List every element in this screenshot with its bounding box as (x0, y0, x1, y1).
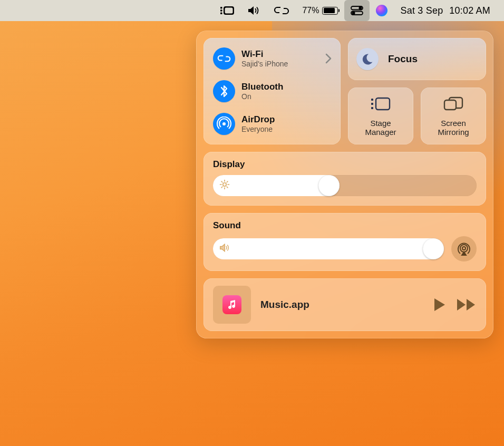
forward-button[interactable] (457, 298, 477, 311)
airdrop-row[interactable]: AirDrop Everyone (207, 109, 337, 139)
battery-percent-label: 77% (302, 6, 319, 15)
chevron-right-icon (325, 53, 332, 64)
airdrop-icon (213, 113, 235, 135)
stage-manager-icon (370, 96, 391, 114)
wifi-row[interactable]: Wi-Fi Sajid's iPhone (207, 43, 337, 74)
menubar-date: Sat 3 Sep (400, 5, 443, 16)
personal-hotspot-icon (213, 47, 235, 70)
bluetooth-subtitle: On (241, 92, 283, 101)
music-app-icon (222, 295, 241, 314)
svg-rect-0 (220, 7, 222, 9)
svg-rect-11 (371, 103, 373, 105)
wifi-subtitle: Sajid's iPhone (241, 60, 288, 68)
siri-menubar-icon[interactable] (370, 0, 394, 21)
display-card: Display (203, 152, 486, 206)
sound-heading: Sound (213, 220, 477, 231)
wifi-title: Wi-Fi (241, 49, 288, 60)
now-playing-art (213, 286, 251, 324)
bluetooth-title: Bluetooth (241, 82, 283, 92)
focus-title: Focus (388, 53, 418, 65)
moon-icon (356, 48, 379, 70)
now-playing-title: Music.app (260, 299, 424, 311)
sun-icon (219, 179, 230, 192)
battery-menubar[interactable]: 77% (296, 0, 344, 21)
display-heading: Display (213, 159, 477, 170)
svg-rect-12 (371, 107, 373, 109)
volume-slider[interactable] (213, 238, 444, 259)
screen-mirroring-tile[interactable]: Screen Mirroring (421, 88, 486, 144)
volume-menubar-icon[interactable] (241, 0, 267, 21)
svg-point-8 (353, 12, 355, 14)
speaker-icon (219, 243, 231, 255)
menubar-time: 10:02 AM (449, 5, 490, 16)
svg-rect-13 (376, 98, 390, 110)
svg-point-16 (462, 247, 466, 250)
svg-rect-4 (225, 8, 233, 14)
stage-manager-tile[interactable]: Stage Manager (348, 88, 413, 144)
now-playing-card[interactable]: Music.app (203, 278, 486, 331)
battery-icon (322, 7, 338, 15)
screen-mirroring-label: Screen Mirroring (438, 119, 469, 137)
svg-rect-2 (220, 13, 222, 15)
screen-mirroring-icon (443, 96, 463, 114)
focus-card[interactable]: Focus (348, 38, 486, 80)
airplay-audio-button[interactable] (451, 236, 477, 261)
svg-rect-1 (220, 9, 222, 12)
stage-manager-menubar-icon[interactable] (214, 0, 241, 21)
brightness-slider[interactable] (213, 175, 477, 196)
connectivity-card: Wi-Fi Sajid's iPhone Bluetooth On (203, 38, 341, 144)
sound-card: Sound (203, 213, 486, 271)
stage-manager-label: Stage Manager (365, 119, 396, 137)
svg-rect-14 (444, 100, 456, 110)
svg-point-9 (222, 122, 226, 125)
svg-point-6 (360, 7, 362, 9)
svg-point-15 (223, 183, 226, 186)
svg-point-17 (460, 245, 468, 252)
personal-hotspot-menubar-icon[interactable] (267, 0, 296, 21)
bluetooth-row[interactable]: Bluetooth On (207, 76, 337, 106)
airdrop-subtitle: Everyone (241, 125, 275, 133)
airdrop-title: AirDrop (241, 114, 275, 125)
control-center-menubar-icon[interactable] (344, 0, 370, 21)
menu-bar: 77% Sat 3 Sep 10:02 AM (0, 0, 504, 21)
play-button[interactable] (433, 298, 446, 312)
svg-rect-10 (371, 99, 373, 101)
tiles-row: Stage Manager Screen Mirroring (348, 88, 486, 144)
clock-menubar[interactable]: Sat 3 Sep 10:02 AM (394, 0, 497, 21)
bluetooth-icon (213, 80, 235, 102)
control-center-panel: Wi-Fi Sajid's iPhone Bluetooth On (196, 31, 493, 338)
